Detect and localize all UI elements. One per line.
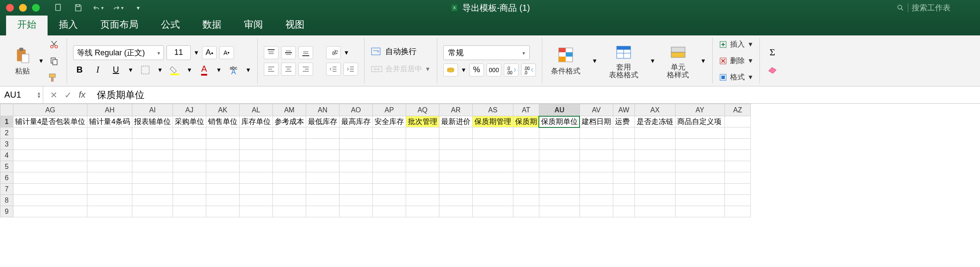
- column-header-AJ[interactable]: AJ: [173, 104, 206, 116]
- cell-AT9[interactable]: [513, 206, 539, 217]
- cell-AO8[interactable]: [339, 195, 372, 206]
- cell-AZ3[interactable]: [724, 139, 750, 150]
- name-box-stepper[interactable]: ▲▼: [37, 92, 41, 99]
- cell-AP2[interactable]: [372, 127, 406, 139]
- cell-AJ2[interactable]: [173, 127, 206, 139]
- cell-AQ2[interactable]: [406, 127, 439, 139]
- cell-AL7[interactable]: [239, 184, 272, 195]
- cell-AZ4[interactable]: [724, 150, 750, 161]
- cell-AJ3[interactable]: [173, 139, 206, 150]
- column-header-AO[interactable]: AO: [339, 104, 372, 116]
- cell-AW2[interactable]: [613, 127, 634, 139]
- cell-AS7[interactable]: [472, 184, 513, 195]
- cell-AQ7[interactable]: [406, 184, 439, 195]
- cell-AH2[interactable]: [87, 127, 132, 139]
- cell-AJ6[interactable]: [173, 172, 206, 184]
- cell-AU6[interactable]: [539, 172, 580, 184]
- cell-AR5[interactable]: [439, 161, 472, 172]
- cell-AK3[interactable]: [206, 139, 239, 150]
- cell-AY3[interactable]: [675, 139, 724, 150]
- cell-AH3[interactable]: [87, 139, 132, 150]
- tab-插入[interactable]: 插入: [48, 15, 89, 35]
- currency-dropdown[interactable]: ▾: [461, 64, 467, 76]
- cell-AY5[interactable]: [675, 161, 724, 172]
- cell-AZ2[interactable]: [724, 127, 750, 139]
- align-right-icon[interactable]: [298, 63, 313, 76]
- cell-AU4[interactable]: [539, 150, 580, 161]
- cell-AT3[interactable]: [513, 139, 539, 150]
- cell-AM6[interactable]: [272, 172, 306, 184]
- fx-icon[interactable]: fx: [79, 90, 86, 100]
- column-header-AN[interactable]: AN: [306, 104, 339, 116]
- cell-AM9[interactable]: [272, 206, 306, 217]
- customize-qat-icon[interactable]: ▾: [132, 2, 144, 13]
- number-format-combo[interactable]: 常规: [443, 45, 530, 60]
- conditional-formatting-button[interactable]: 条件格式: [548, 44, 583, 78]
- cell-AX7[interactable]: [634, 184, 675, 195]
- font-size-dropdown[interactable]: ▾: [193, 46, 199, 59]
- cell-AV4[interactable]: [580, 150, 613, 161]
- cell-AL1[interactable]: 库存单位: [239, 116, 272, 127]
- cell-AR6[interactable]: [439, 172, 472, 184]
- cell-AW8[interactable]: [613, 195, 634, 206]
- cell-AM3[interactable]: [272, 139, 306, 150]
- column-header-AP[interactable]: AP: [372, 104, 406, 116]
- column-header-AQ[interactable]: AQ: [406, 104, 439, 116]
- cell-AN3[interactable]: [306, 139, 339, 150]
- cell-AI3[interactable]: [132, 139, 173, 150]
- cell-AW6[interactable]: [613, 172, 634, 184]
- borders-icon[interactable]: [139, 64, 152, 76]
- cell-AU9[interactable]: [539, 206, 580, 217]
- column-header-AV[interactable]: AV: [580, 104, 613, 116]
- cell-AI6[interactable]: [132, 172, 173, 184]
- cell-AZ1[interactable]: [724, 116, 750, 127]
- tab-数据[interactable]: 数据: [191, 15, 233, 35]
- cell-AL3[interactable]: [239, 139, 272, 150]
- cell-AL6[interactable]: [239, 172, 272, 184]
- cell-AP1[interactable]: 安全库存: [372, 116, 406, 127]
- cell-AT4[interactable]: [513, 150, 539, 161]
- new-file-icon[interactable]: [53, 2, 64, 13]
- tab-视图[interactable]: 视图: [274, 15, 316, 35]
- cell-AM5[interactable]: [272, 161, 306, 172]
- cell-AP7[interactable]: [372, 184, 406, 195]
- cell-AH7[interactable]: [87, 184, 132, 195]
- orientation-dropdown[interactable]: ▾: [343, 46, 349, 59]
- cell-AN8[interactable]: [306, 195, 339, 206]
- phonetic-dropdown[interactable]: ▾: [245, 64, 251, 76]
- column-header-AR[interactable]: AR: [439, 104, 472, 116]
- cell-AM2[interactable]: [272, 127, 306, 139]
- align-left-icon[interactable]: [264, 63, 279, 76]
- cell-AI9[interactable]: [132, 206, 173, 217]
- cell-AV7[interactable]: [580, 184, 613, 195]
- cell-styles-button[interactable]: 单元 格样式: [664, 41, 692, 81]
- increase-font-icon[interactable]: A▴: [202, 46, 217, 59]
- cell-AW9[interactable]: [613, 206, 634, 217]
- cell-AH8[interactable]: [87, 195, 132, 206]
- row-header-4[interactable]: 4: [0, 150, 13, 161]
- column-header-AW[interactable]: AW: [613, 104, 634, 116]
- cell-AQ1[interactable]: 批次管理: [406, 116, 439, 127]
- font-name-combo[interactable]: 等线 Regular (正文): [73, 45, 164, 60]
- cell-AY1[interactable]: 商品自定义项: [675, 116, 724, 127]
- cell-AU8[interactable]: [539, 195, 580, 206]
- cell-AG8[interactable]: [13, 195, 87, 206]
- cancel-formula-icon[interactable]: ✕: [50, 90, 58, 100]
- delete-cells-button[interactable]: 删除▾: [719, 54, 753, 67]
- column-header-AH[interactable]: AH: [87, 104, 132, 116]
- cell-AL9[interactable]: [239, 206, 272, 217]
- phonetic-guide-icon[interactable]: abcA: [227, 64, 240, 76]
- cell-AY6[interactable]: [675, 172, 724, 184]
- increase-decimal-icon[interactable]: .0.00: [504, 64, 519, 76]
- cell-AS9[interactable]: [472, 206, 513, 217]
- cell-AM8[interactable]: [272, 195, 306, 206]
- row-header-2[interactable]: 2: [0, 127, 13, 139]
- cell-AG3[interactable]: [13, 139, 87, 150]
- font-color-dropdown[interactable]: ▾: [216, 64, 222, 76]
- cell-AW4[interactable]: [613, 150, 634, 161]
- column-header-AI[interactable]: AI: [132, 104, 173, 116]
- underline-button[interactable]: U: [109, 64, 122, 76]
- cell-AG6[interactable]: [13, 172, 87, 184]
- font-size-combo[interactable]: 11: [167, 45, 191, 60]
- column-header-AY[interactable]: AY: [675, 104, 724, 116]
